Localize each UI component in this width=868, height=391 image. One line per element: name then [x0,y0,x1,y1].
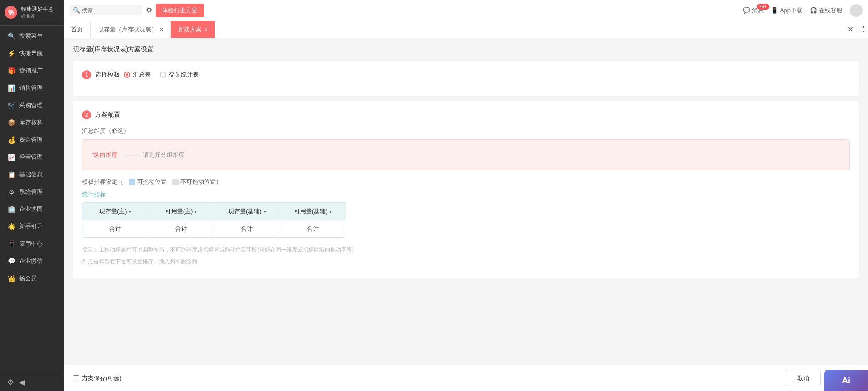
cell-1-1: 合计 [82,220,148,237]
page-content: 现存量(库存状况表)方案设置 1 选择模板 汇总表 交叉统计表 [64,38,868,365]
message-btn[interactable]: 💬 消息 99+ [743,6,764,15]
header-col-4[interactable]: 可用量(基辅) ▾ [280,203,346,220]
chevron-down-icon-3: ▾ [264,209,266,214]
marketing-icon: 🎁 [7,67,15,75]
save-checkbox[interactable] [73,375,79,381]
radio-summary[interactable]: 汇总表 [124,71,151,79]
sidebar-item-label: 搜索菜单 [19,32,43,40]
tab-inventory-status-label: 现存量（库存状况表） [98,26,157,34]
indicator-settings: 模板指标设定（ 可拖动位置 不可拖动位置） 统计指标 现存量(主) [82,178,850,238]
save-label: 方案保存(可选) [82,374,122,382]
topbar: 🔍 ⚙ 体验行业方案 💬 消息 99+ 📱 App下载 🎧 在线客服 [64,0,868,21]
search-icon: 🔍 [7,32,15,40]
dimension-section-label: 汇总维度（必选） [82,127,850,135]
step1-label: 选择模板 [95,71,120,79]
tabs-bar: 首页 现存量（库存状况表） × 新建方案 × ✕ ⛶ [64,21,868,38]
sidebar-item-enterprise[interactable]: 🏢 企业协同 [0,201,64,218]
sidebar-item-label: 资金管理 [19,136,43,144]
close-new-scheme-icon[interactable]: × [204,26,208,33]
sidebar-item-member[interactable]: 👑 畅会员 [0,270,64,287]
sidebar-item-system[interactable]: ⚙ 系统管理 [0,183,64,201]
sidebar-item-inventory[interactable]: 📦 库存核算 [0,114,64,131]
sidebar-item-label: 系统管理 [19,188,43,196]
app-download-btn[interactable]: 📱 App下载 [771,6,802,15]
sidebar-item-search-menu[interactable]: 🔍 搜索菜单 [0,27,64,45]
step2-header: 2 方案配置 [82,110,850,119]
stats-table: 现存量(主) ▾ 可用量(主) ▾ 现存量(基辅) ▾ 可用量(基辅) [82,202,346,238]
sidebar-logo: 畅 畅康通好生意 标准版 [0,0,64,26]
expand-tabs-icon[interactable]: ⛶ [857,26,864,34]
page-title: 现存量(库存状况表)方案设置 [73,46,859,54]
radio-dot-summary [124,72,130,78]
ai-label: Ai [842,376,850,386]
close-all-tabs-icon[interactable]: ✕ [848,25,853,34]
no-drag-box-icon [172,179,179,185]
sidebar-item-app-center[interactable]: 📱 应用中心 [0,235,64,252]
sidebar-item-label: 营销推广 [19,67,43,75]
enterprise-icon: 🏢 [7,205,15,213]
no-drag-indicator: 不可拖动位置） [172,178,222,186]
sidebar-item-operation[interactable]: 📈 经营管理 [0,149,64,166]
sidebar-item-purchase[interactable]: 🛒 采购管理 [0,97,64,114]
app-download-label: App下载 [780,6,802,15]
drag-indicator: 可拖动位置 [129,178,167,186]
topbar-right: 💬 消息 99+ 📱 App下载 🎧 在线客服 [743,4,863,17]
search-box[interactable]: 🔍 [69,5,142,15]
purchase-icon: 🛒 [7,101,15,109]
cell-1-4: 合计 [280,220,346,237]
tab-new-scheme[interactable]: 新建方案 × [171,21,215,38]
page-footer: 方案保存(可选) 取消 查询 [64,365,868,391]
radio-cross-label: 交叉统计表 [169,71,199,79]
step2-label: 方案配置 [95,111,120,119]
settings-icon[interactable]: ⚙ [7,378,14,386]
col1-label: 现存量(主) [99,207,127,216]
stats-section-label: 统计指标 [82,190,850,199]
sidebar-item-label: 快捷导航 [19,49,43,57]
user-avatar[interactable] [850,4,863,17]
sidebar-item-new-guide[interactable]: 🌟 新手引导 [0,218,64,235]
search-input[interactable] [82,7,138,14]
sidebar-item-label: 库存核算 [19,118,43,127]
headphone-icon: 🎧 [810,7,817,14]
sales-icon: 📊 [7,84,15,92]
drag-label: 可拖动位置 [137,178,167,186]
settings-gear-icon[interactable]: ⚙ [146,6,152,15]
sidebar: 畅 畅康通好生意 标准版 🔍 搜索菜单 ⚡ 快捷导航 🎁 营销推广 📊 销售管理… [0,0,64,391]
sidebar-logo-info: 畅康通好生意 标准版 [21,5,54,20]
collapse-icon[interactable]: ◀ [19,378,25,386]
col4-label: 可用量(基辅) [294,207,328,216]
close-inventory-tab-icon[interactable]: × [160,26,163,33]
dimension-placeholder: 请选择分组维度 [143,151,184,159]
sidebar-item-marketing[interactable]: 🎁 营销推广 [0,62,64,79]
ai-button[interactable]: Ai [824,370,868,391]
service-label: 在线客服 [819,6,842,15]
cancel-button[interactable]: 取消 [786,370,821,386]
sidebar-item-sales[interactable]: 📊 销售管理 [0,79,64,97]
radio-dot-cross [160,72,166,78]
tab-inventory-status[interactable]: 现存量（库存状况表） × [91,21,171,38]
chevron-down-icon-2: ▾ [194,209,197,214]
header-col-2[interactable]: 可用量(主) ▾ [148,203,214,220]
tab-new-scheme-label: 新建方案 [178,26,202,34]
search-icon: 🔍 [73,7,80,14]
sidebar-item-label: 采购管理 [19,101,43,109]
trial-btn[interactable]: 体验行业方案 [156,4,204,17]
online-service-btn[interactable]: 🎧 在线客服 [810,6,842,15]
dimension-area[interactable]: *纵向维度 —— 请选择分组维度 [82,139,850,170]
member-icon: 👑 [7,274,15,283]
no-drag-label: 不可拖动位置） [180,178,222,186]
tab-home[interactable]: 首页 [64,21,91,38]
header-col-3[interactable]: 现存量(基辅) ▾ [214,203,281,220]
finance-icon: 💰 [7,136,15,144]
step1-header: 1 选择模板 汇总表 交叉统计表 [82,70,850,79]
radio-cross[interactable]: 交叉统计表 [160,71,199,79]
app-edition: 标准版 [21,13,54,20]
sidebar-item-label: 企业协同 [19,205,43,213]
sidebar-item-wechat[interactable]: 💬 企业微信 [0,252,64,270]
chevron-down-icon-4: ▾ [329,209,332,214]
sidebar-item-finance[interactable]: 💰 资金管理 [0,131,64,149]
sidebar-item-basic-info[interactable]: 📋 基础信息 [0,166,64,183]
sidebar-item-quick-nav[interactable]: ⚡ 快捷导航 [0,45,64,62]
header-col-1[interactable]: 现存量(主) ▾ [82,203,148,220]
app-center-icon: 📱 [7,240,15,248]
